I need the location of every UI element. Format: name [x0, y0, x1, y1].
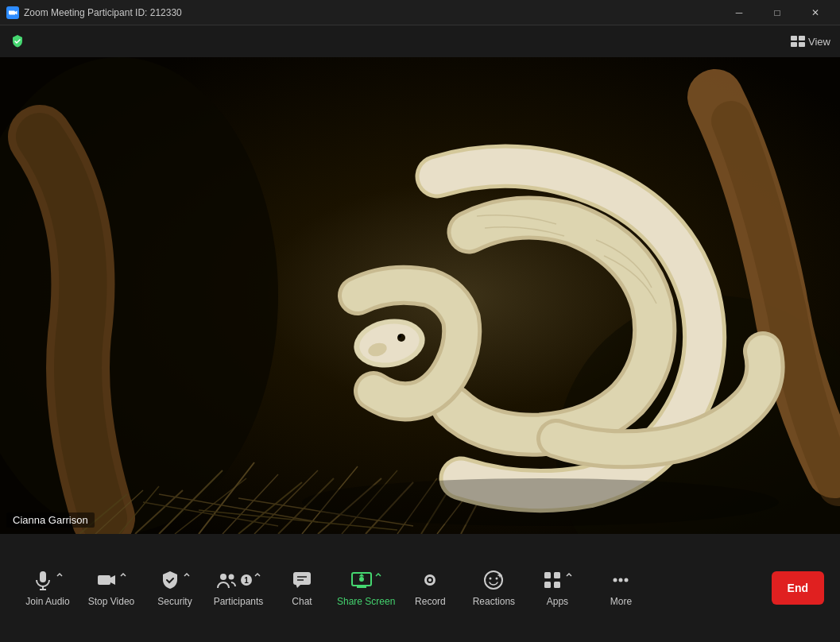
maximize-button[interactable]: □ — [759, 0, 795, 25]
participants-count-badge: 1 — [241, 574, 252, 586]
svg-point-36 — [302, 478, 779, 526]
view-button[interactable]: View — [791, 36, 830, 48]
svg-point-33 — [397, 334, 405, 342]
security-icon-area — [159, 569, 191, 591]
apps-label: Apps — [547, 596, 568, 607]
shield-icon — [10, 33, 25, 49]
chat-label: Chat — [292, 596, 312, 607]
svg-rect-4 — [799, 42, 805, 47]
share-screen-button[interactable]: Share Screen — [334, 556, 398, 620]
apps-icon-area — [541, 569, 573, 591]
svg-rect-1 — [791, 36, 797, 41]
svg-point-41 — [220, 574, 226, 580]
record-icon — [419, 569, 441, 591]
participants-button[interactable]: 1 Participants — [207, 556, 270, 620]
svg-rect-37 — [40, 571, 46, 582]
microphone-icon — [32, 569, 54, 591]
toolbar: Join Audio Stop Video Security — [0, 534, 840, 642]
svg-point-63 — [619, 578, 623, 582]
svg-point-42 — [229, 574, 234, 580]
apps-icon — [541, 569, 563, 591]
svg-rect-59 — [554, 572, 560, 578]
svg-point-62 — [614, 578, 617, 582]
svg-rect-40 — [98, 575, 110, 585]
close-button[interactable]: ✕ — [797, 0, 834, 25]
video-content — [0, 57, 840, 534]
window-title: Zoom Meeting Participant ID: 212330 — [24, 7, 721, 18]
stop-video-label: Stop Video — [88, 596, 135, 607]
chat-button[interactable]: Chat — [270, 556, 334, 620]
chat-icon — [291, 569, 313, 591]
record-label: Record — [415, 596, 446, 607]
more-button[interactable]: More — [589, 556, 652, 620]
join-audio-label: Join Audio — [25, 596, 69, 607]
record-button[interactable]: Record — [398, 556, 462, 620]
stop-video-icon-area — [95, 569, 127, 591]
chat-icon-area — [291, 569, 313, 591]
svg-rect-43 — [293, 572, 311, 585]
more-icon-area — [610, 569, 632, 591]
security-button[interactable]: Security — [143, 556, 207, 620]
participants-icon-area: 1 — [215, 569, 261, 591]
video-background: Cianna Garrison — [0, 57, 840, 534]
share-screen-label: Share Screen — [337, 596, 395, 607]
chevron-up-icon[interactable] — [56, 570, 64, 578]
minimize-button[interactable]: ─ — [721, 0, 757, 25]
participants-label: Participants — [214, 596, 264, 607]
end-label: End — [788, 582, 808, 594]
svg-point-55 — [496, 578, 498, 580]
window-controls: ─ □ ✕ — [721, 0, 834, 25]
more-label: More — [610, 596, 632, 607]
security-shield-area — [10, 33, 25, 49]
stop-video-button[interactable]: Stop Video — [79, 556, 143, 620]
reactions-icon — [482, 569, 505, 591]
end-meeting-button[interactable]: End — [772, 571, 824, 605]
record-icon-area — [419, 569, 441, 591]
svg-rect-60 — [544, 582, 551, 588]
reactions-icon-area — [482, 569, 505, 591]
chevron-up-icon[interactable] — [374, 570, 382, 578]
svg-point-52 — [428, 578, 432, 582]
svg-point-64 — [625, 578, 629, 582]
security-label: Security — [157, 596, 192, 607]
chevron-up-icon[interactable] — [254, 570, 261, 578]
view-icon — [791, 36, 805, 47]
share-screen-icon — [350, 569, 373, 591]
svg-point-54 — [490, 578, 492, 580]
security-icon — [159, 569, 181, 591]
reactions-label: Reactions — [473, 596, 515, 607]
svg-point-47 — [359, 577, 364, 582]
share-screen-icon-area — [350, 569, 382, 591]
svg-rect-2 — [799, 36, 805, 41]
chevron-up-icon[interactable] — [565, 570, 573, 578]
svg-rect-3 — [791, 42, 797, 47]
svg-point-34 — [398, 335, 401, 338]
apps-button[interactable]: Apps — [525, 556, 589, 620]
participants-icon — [215, 569, 238, 591]
chevron-up-icon[interactable] — [183, 570, 191, 578]
participant-name: Cianna Garrison — [6, 512, 95, 528]
reactions-button[interactable]: Reactions — [462, 556, 525, 620]
more-icon — [610, 569, 632, 591]
title-bar: Zoom Meeting Participant ID: 212330 ─ □ … — [0, 0, 840, 25]
svg-rect-61 — [554, 582, 560, 588]
join-audio-icon-area — [32, 569, 64, 591]
view-label: View — [808, 36, 830, 48]
join-audio-button[interactable]: Join Audio — [16, 556, 79, 620]
chevron-up-icon[interactable] — [119, 570, 127, 578]
zoom-logo-icon — [6, 6, 19, 19]
camera-icon — [95, 569, 118, 591]
top-bar: View — [0, 25, 840, 57]
svg-rect-58 — [544, 572, 551, 578]
video-area: Cianna Garrison — [0, 57, 840, 534]
